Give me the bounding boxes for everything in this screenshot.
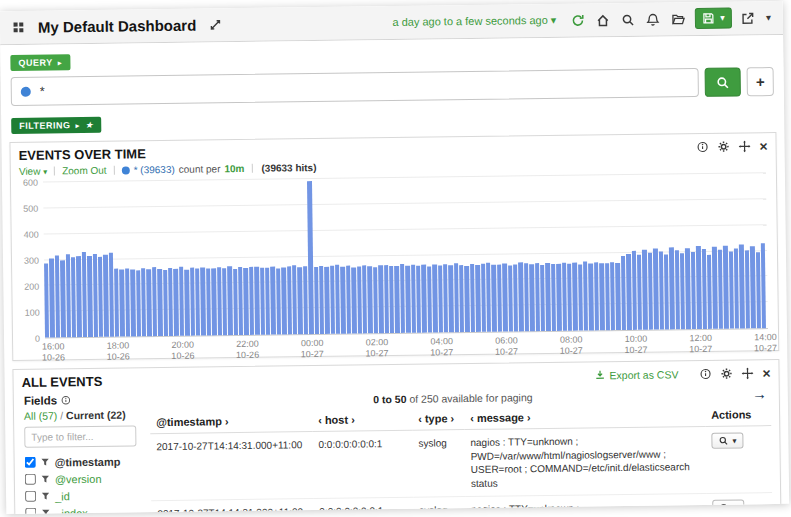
- query-section-toggle[interactable]: QUERY ▸: [10, 54, 70, 71]
- histogram-bar[interactable]: [163, 270, 168, 336]
- gear-icon[interactable]: [720, 367, 732, 379]
- histogram-bar[interactable]: [136, 270, 141, 336]
- histogram-bar[interactable]: [583, 262, 588, 331]
- histogram-bar[interactable]: [351, 267, 356, 333]
- histogram-bar[interactable]: [130, 269, 135, 336]
- histogram-bar[interactable]: [287, 266, 292, 334]
- histogram-bar[interactable]: [125, 268, 130, 337]
- histogram-bar[interactable]: [578, 264, 583, 330]
- view-menu[interactable]: View ▾: [19, 166, 47, 177]
- filter-funnel-icon[interactable]: [41, 492, 50, 501]
- histogram-bar[interactable]: [389, 266, 394, 333]
- histogram-bar[interactable]: [427, 266, 432, 332]
- query-input[interactable]: [40, 75, 689, 98]
- histogram-bar[interactable]: [470, 264, 475, 332]
- histogram-bar[interactable]: [368, 266, 373, 333]
- add-query-button[interactable]: +: [747, 67, 774, 96]
- filter-funnel-icon[interactable]: [41, 458, 50, 467]
- histogram-bar[interactable]: [378, 265, 383, 333]
- histogram-bar[interactable]: [297, 267, 302, 334]
- histogram-bar[interactable]: [303, 266, 308, 334]
- search-icon[interactable]: [619, 10, 637, 28]
- interval-link[interactable]: 10m: [224, 163, 244, 174]
- expand-arrows-icon[interactable]: [207, 16, 224, 33]
- save-button[interactable]: ▾: [695, 8, 732, 29]
- histogram-bar[interactable]: [184, 270, 189, 336]
- histogram-bar[interactable]: [174, 269, 179, 336]
- filtering-section-toggle[interactable]: FILTERING ▸ ★: [11, 117, 102, 134]
- field-name[interactable]: _id: [55, 490, 70, 502]
- column-header-host[interactable]: ‹ host ›: [312, 410, 412, 432]
- chart-plot[interactable]: [43, 173, 768, 338]
- histogram-bar[interactable]: [497, 264, 502, 331]
- paging-next-arrow[interactable]: →: [752, 386, 767, 401]
- histogram-bar[interactable]: [168, 268, 173, 336]
- histogram-bar[interactable]: [394, 266, 399, 333]
- histogram-bar[interactable]: [400, 264, 405, 333]
- histogram-bar[interactable]: [529, 264, 534, 331]
- histogram-bar[interactable]: [281, 267, 286, 334]
- bell-icon[interactable]: [644, 10, 662, 28]
- histogram-bar[interactable]: [271, 266, 276, 334]
- histogram-bar[interactable]: [475, 265, 480, 332]
- query-search-button[interactable]: [705, 67, 741, 96]
- histogram-bar[interactable]: [615, 263, 620, 330]
- field-name[interactable]: _index: [55, 507, 88, 515]
- histogram-bar[interactable]: [421, 264, 426, 333]
- field-checkbox[interactable]: [25, 457, 36, 468]
- histogram-bar[interactable]: [540, 265, 545, 331]
- field-filter-input[interactable]: [24, 425, 136, 447]
- move-icon[interactable]: [741, 367, 753, 379]
- row-action-button[interactable]: ▾: [711, 432, 743, 448]
- table-row[interactable]: 2017-10-27T14:14:31.000+11:00 0:0:0:0:0:…: [150, 426, 772, 501]
- histogram-bar[interactable]: [314, 267, 319, 334]
- histogram-bar[interactable]: [335, 265, 340, 334]
- histogram-bar[interactable]: [109, 253, 114, 337]
- close-icon[interactable]: ×: [759, 139, 767, 153]
- histogram-bar[interactable]: [492, 265, 497, 332]
- row-action-button[interactable]: ▾: [712, 499, 744, 514]
- histogram-bar[interactable]: [233, 269, 238, 335]
- histogram-bar[interactable]: [319, 266, 324, 334]
- histogram-bar[interactable]: [518, 263, 523, 332]
- share-icon[interactable]: [739, 9, 757, 27]
- histogram-bar[interactable]: [572, 263, 577, 331]
- histogram-bar[interactable]: [265, 267, 270, 334]
- dashboard-grid-icon[interactable]: [10, 19, 27, 36]
- histogram-bar[interactable]: [432, 265, 437, 333]
- filter-funnel-icon[interactable]: [41, 509, 50, 515]
- time-range-picker[interactable]: a day ago to a few seconds ago ▾: [392, 14, 556, 29]
- histogram-bar[interactable]: [222, 268, 227, 335]
- star-icon[interactable]: ★: [85, 120, 94, 130]
- info-icon[interactable]: [696, 140, 708, 152]
- histogram-bar[interactable]: [465, 266, 470, 332]
- fields-all-link[interactable]: All (57): [24, 409, 57, 421]
- folder-open-icon[interactable]: [669, 10, 688, 28]
- histogram-bar[interactable]: [454, 263, 459, 332]
- histogram-bar[interactable]: [157, 269, 162, 336]
- histogram-bar[interactable]: [346, 266, 351, 334]
- zoom-out-link[interactable]: Zoom Out: [62, 165, 107, 177]
- histogram-bar[interactable]: [502, 263, 507, 331]
- histogram-bar[interactable]: [292, 265, 297, 334]
- histogram-bar[interactable]: [141, 268, 146, 336]
- refresh-icon[interactable]: [569, 11, 587, 29]
- histogram-bar[interactable]: [373, 267, 378, 333]
- histogram-bar[interactable]: [535, 263, 540, 331]
- histogram-bar[interactable]: [513, 264, 518, 331]
- histogram-bar[interactable]: [190, 268, 195, 336]
- histogram-bar[interactable]: [330, 266, 335, 334]
- histogram-bar[interactable]: [384, 265, 389, 333]
- histogram-bar[interactable]: [594, 262, 599, 330]
- filter-funnel-icon[interactable]: [41, 475, 50, 484]
- histogram-bar[interactable]: [610, 262, 615, 331]
- histogram-bar[interactable]: [438, 266, 443, 333]
- histogram-bar[interactable]: [481, 264, 486, 332]
- histogram-bar[interactable]: [152, 267, 157, 336]
- histogram-bar[interactable]: [411, 265, 416, 333]
- histogram-bar[interactable]: [307, 181, 313, 334]
- histogram-bar[interactable]: [211, 269, 216, 336]
- field-name[interactable]: @version: [55, 472, 102, 485]
- histogram-bar[interactable]: [589, 263, 594, 330]
- query-color-dot[interactable]: [21, 86, 31, 96]
